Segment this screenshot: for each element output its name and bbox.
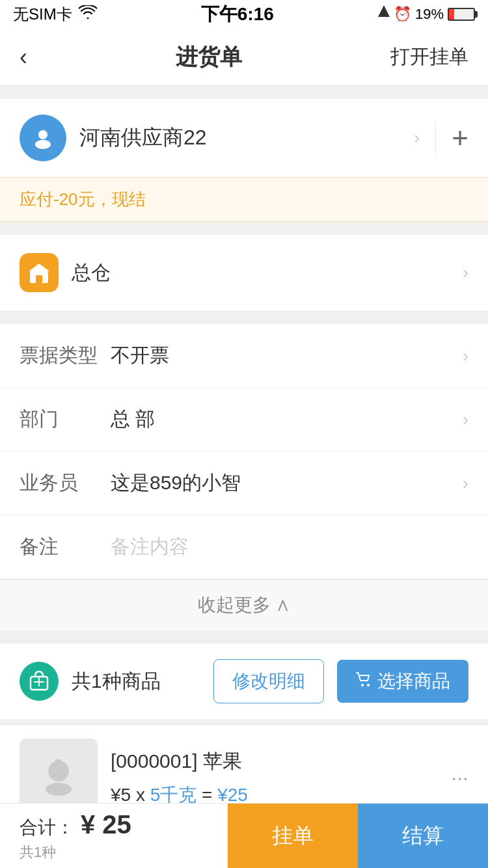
total-sub-label: 共1种 xyxy=(20,843,208,862)
department-chevron: › xyxy=(463,409,468,430)
svg-point-7 xyxy=(367,684,370,686)
product-total: ¥25 xyxy=(217,785,248,805)
supplier-name: 河南供应商22 xyxy=(79,124,407,152)
battery-percent: 19% xyxy=(415,6,444,23)
product-section-icon xyxy=(20,662,59,701)
select-product-label: 选择商品 xyxy=(377,669,450,694)
svg-point-1 xyxy=(35,140,51,149)
product-multiply: x xyxy=(136,785,150,805)
supplier-notice: 应付-20元，现结 xyxy=(0,177,488,222)
department-value: 总 部 xyxy=(111,406,456,433)
remarks-label: 备注 xyxy=(20,534,111,560)
nav-bar: ‹ 进货单 打开挂单 xyxy=(0,29,488,86)
invoice-type-row[interactable]: 票据类型 不开票 › xyxy=(0,324,488,388)
product-equals: = xyxy=(202,785,217,805)
department-label: 部门 xyxy=(20,406,111,433)
warehouse-section: 总仓 › xyxy=(0,235,488,311)
settle-button[interactable]: 结算 xyxy=(358,804,488,868)
location-icon xyxy=(378,5,390,23)
svg-point-8 xyxy=(48,761,69,781)
hang-button[interactable]: 挂单 xyxy=(228,804,358,868)
invoice-type-chevron: › xyxy=(463,346,468,366)
product-title: 苹果 xyxy=(203,750,242,772)
cart-icon xyxy=(355,671,372,692)
supplier-chevron: › xyxy=(414,128,420,148)
form-section: 票据类型 不开票 › 部门 总 部 › 业务员 这是859的小智 › 备注 备注… xyxy=(0,324,488,631)
warehouse-icon xyxy=(20,253,59,292)
supplier-avatar xyxy=(20,115,66,161)
status-right: ⏰ 19% xyxy=(378,5,475,23)
open-hang-button[interactable]: 打开挂单 xyxy=(390,44,468,70)
divider-3 xyxy=(0,311,488,324)
status-time: 下午6:16 xyxy=(201,2,274,27)
battery-icon xyxy=(448,8,475,21)
bottom-bar: 合计： ¥ 25 共1种 挂单 结算 xyxy=(0,803,488,868)
salesperson-label: 业务员 xyxy=(20,470,111,496)
supplier-v-divider xyxy=(435,122,436,154)
add-supplier-button[interactable]: + xyxy=(452,122,468,154)
divider-1 xyxy=(0,86,488,99)
select-product-button[interactable]: 选择商品 xyxy=(337,660,468,703)
invoice-type-value: 不开票 xyxy=(111,342,456,369)
divider-4 xyxy=(0,631,488,644)
remarks-row[interactable]: 备注 备注内容 xyxy=(0,515,488,579)
product-section-header-row: 共1种商品 修改明细 选择商品 xyxy=(0,644,488,719)
department-row[interactable]: 部门 总 部 › xyxy=(0,388,488,452)
network-label: 无SIM卡 xyxy=(13,4,72,25)
salesperson-row[interactable]: 业务员 这是859的小智 › xyxy=(0,452,488,515)
remarks-placeholder[interactable]: 备注内容 xyxy=(111,534,468,560)
total-row: 合计： ¥ 25 xyxy=(20,810,208,840)
invoice-type-label: 票据类型 xyxy=(20,342,111,369)
supplier-row[interactable]: 河南供应商22 › + xyxy=(0,99,488,177)
product-quantity: 5千克 xyxy=(150,785,197,805)
product-unit-price: ¥5 xyxy=(111,785,131,805)
supplier-section: 河南供应商22 › + 应付-20元，现结 xyxy=(0,99,488,222)
status-bar: 无SIM卡 下午6:16 ⏰ 19% xyxy=(0,0,488,29)
svg-point-0 xyxy=(38,130,47,139)
divider-2 xyxy=(0,222,488,235)
edit-detail-button[interactable]: 修改明细 xyxy=(213,659,324,703)
svg-rect-4 xyxy=(36,275,42,283)
product-info: [0000001] 苹果 ¥5 x 5千克 = ¥25 xyxy=(111,748,438,807)
product-more-button[interactable]: ··· xyxy=(451,766,468,790)
alarm-icon: ⏰ xyxy=(394,6,411,23)
product-name: [0000001] 苹果 xyxy=(111,748,438,775)
total-label: 合计： xyxy=(20,815,74,840)
warehouse-chevron: › xyxy=(463,262,468,283)
svg-marker-3 xyxy=(29,264,49,271)
svg-point-6 xyxy=(361,684,364,686)
collapse-toggle[interactable]: 收起更多 ∧ xyxy=(0,579,488,631)
page-title: 进货单 xyxy=(176,42,242,72)
warehouse-row[interactable]: 总仓 › xyxy=(0,235,488,311)
wifi-icon xyxy=(79,5,97,23)
total-amount: ¥ 25 xyxy=(81,810,131,839)
salesperson-chevron: › xyxy=(463,473,468,494)
product-code: [0000001] xyxy=(111,750,197,772)
salesperson-value: 这是859的小智 xyxy=(111,470,456,496)
bottom-total: 合计： ¥ 25 共1种 xyxy=(0,804,228,868)
back-button[interactable]: ‹ xyxy=(20,44,27,71)
svg-point-9 xyxy=(46,783,72,796)
svg-rect-10 xyxy=(55,759,62,763)
status-left: 无SIM卡 xyxy=(13,4,97,25)
warehouse-name: 总仓 xyxy=(72,260,456,286)
product-header: 共1种商品 修改明细 选择商品 xyxy=(0,644,488,719)
product-count-label: 共1种商品 xyxy=(72,668,200,695)
